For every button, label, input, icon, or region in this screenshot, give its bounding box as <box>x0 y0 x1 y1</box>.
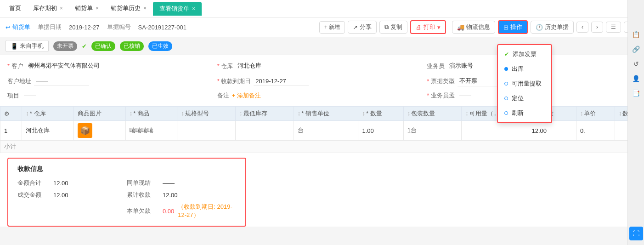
tab-sales-history-label: 销货单历史 <box>111 4 141 12</box>
payment-date-value[interactable]: 2019-12-27 <box>254 77 309 86</box>
tab-view-sales-close[interactable]: × <box>192 6 195 12</box>
mobile-btn[interactable]: 📱 来自手机 <box>6 40 49 52</box>
col-image: 商品图片 <box>74 107 126 121</box>
cell-unit: 台 <box>294 121 358 141</box>
col-price: ↕单价 <box>576 107 615 121</box>
history-button[interactable]: 🕐 历史单据 <box>531 21 574 34</box>
print-dropdown-icon: ▾ <box>437 24 441 31</box>
warehouse-value[interactable]: 河北仓库 <box>236 61 291 71</box>
unopen-tag: 未开票 <box>53 41 77 51</box>
staff-value: 演示账号 <box>447 61 503 71</box>
right-sidebar: 📋 🔗 ↺ 👤 📑 ⛶ <box>627 0 644 231</box>
logistics-icon: 🚚 <box>457 24 464 31</box>
view-list-button[interactable]: ☰ <box>606 22 621 33</box>
dropdown-available-label: 可用量提取 <box>512 80 542 88</box>
subtotal-label: 小计 <box>0 141 644 153</box>
document-toolbar: ↩ 销货单 单据日期 2019-12-27 单据编号 SA-20191227-0… <box>0 17 644 37</box>
dropdown-item-available[interactable]: 可用量提取 <box>498 76 551 91</box>
print-icon: 🖨 <box>416 24 422 31</box>
cell-num: 1 <box>0 121 22 141</box>
toolbar-actions: + 新增 ↗ 分享 ⧉ 复制 🖨 打印 ▾ 🚚 物流信息 ⊞ 操作 <box>319 20 638 34</box>
col-warehouse: ↕* 仓库 <box>22 107 74 121</box>
sidebar-expand-icon[interactable]: ⛶ <box>629 227 643 231</box>
payment-date-label: 收款到期日 <box>217 77 251 85</box>
confirm-tag: 已确认 <box>91 41 115 51</box>
nav-next-button[interactable]: › <box>591 22 603 33</box>
balance-value: 0.00 <box>163 208 174 215</box>
grid-icon: ⊞ <box>503 24 508 31</box>
dropdown-outbound-label: 出库 <box>512 65 524 73</box>
tab-sales-close[interactable]: × <box>96 5 99 11</box>
available-dot-icon <box>504 82 508 85</box>
dropdown-invoice-label: 添加发票 <box>513 50 537 58</box>
confirm-check-icon: ✔ <box>82 43 87 50</box>
address-value: —— <box>34 77 89 86</box>
nav-prev-button[interactable]: ‹ <box>576 22 588 33</box>
operate-label: 操作 <box>510 23 522 31</box>
sidebar-doc2-icon[interactable]: 📑 <box>629 86 643 100</box>
payment-grid: 金额合计 12.00 同单现结 —— 成交金额 12.00 累计收款 12.00… <box>17 179 236 219</box>
dropdown-locate-label: 定位 <box>512 94 524 103</box>
product-image: 📦 <box>78 123 92 138</box>
share-label: 分享 <box>360 23 372 31</box>
history-label: 历史单据 <box>545 23 569 31</box>
sidebar-refresh-icon[interactable]: ↺ <box>629 57 643 71</box>
logistics-button[interactable]: 🚚 物流信息 <box>452 21 495 34</box>
locate-dot-icon <box>504 97 508 100</box>
sidebar-doc-icon[interactable]: 📋 <box>629 28 643 41</box>
logistics-label: 物流信息 <box>466 23 490 31</box>
tab-sales-history[interactable]: 销货单历史 × <box>105 0 152 17</box>
gear-icon[interactable]: ⚙ <box>4 110 10 117</box>
tab-home[interactable]: 首页 <box>4 0 27 17</box>
col-unit: ↕* 销售单位 <box>294 107 358 121</box>
tab-sales[interactable]: 销货单 × <box>69 0 104 17</box>
total-value: 12.00 <box>53 180 68 187</box>
cell-available <box>462 121 528 141</box>
copy-icon: ⧉ <box>384 23 389 31</box>
balance-note: （收款到期日: 2019-12-27） <box>178 203 236 219</box>
payment-date-field: 收款到期日 2019-12-27 <box>217 77 427 86</box>
add-button[interactable]: + 新增 <box>319 21 345 34</box>
dropdown-item-outbound[interactable]: 出库 <box>498 62 551 76</box>
sidebar-link-icon[interactable]: 🔗 <box>629 42 643 56</box>
print-button[interactable]: 🖨 打印 ▾ <box>410 20 446 34</box>
dropdown-item-invoice[interactable]: ✔ 添加发票 <box>498 47 551 62</box>
doc-meta: 单据日期 2019-12-27 单据编号 SA-20191227-001 <box>38 23 186 31</box>
doc-icon: ↩ <box>6 24 11 31</box>
dropdown-item-refresh[interactable]: 刷新 <box>498 106 551 120</box>
doc-number-value: SA-20191227-001 <box>138 24 187 31</box>
settlement-value: —— <box>163 180 175 187</box>
deal-value: 12.00 <box>53 192 68 199</box>
sidebar-user-icon[interactable]: 👤 <box>629 72 643 85</box>
note-label: 备注 <box>217 91 229 100</box>
settlement-label: 同单现结 <box>127 179 159 187</box>
tab-inventory[interactable]: 库存期初 × <box>28 0 68 17</box>
tab-sales-history-close[interactable]: × <box>143 5 147 11</box>
customer-label: 客户 <box>7 62 23 70</box>
invoice-check-icon: ✔ <box>504 51 509 57</box>
customer-field: 客户 柳州粤港平安气体有限公司 <box>7 61 217 71</box>
share-button[interactable]: ↗ 分享 <box>348 21 377 34</box>
tab-view-sales-label: 查看销货单 <box>159 5 189 13</box>
copy-button[interactable]: ⧉ 复制 <box>379 21 407 34</box>
deal-label: 成交金额 <box>17 191 50 199</box>
operate-button[interactable]: ⊞ 操作 <box>498 20 528 34</box>
dropdown-item-locate[interactable]: 定位 <box>498 91 551 106</box>
note-field: 备注 + 添加备注 <box>217 91 427 100</box>
customer-value[interactable]: 柳州粤港平安气体有限公司 <box>26 61 102 71</box>
tab-inventory-close[interactable]: × <box>60 5 63 11</box>
subtotal-row: 小计 <box>0 141 644 153</box>
tab-home-label: 首页 <box>9 4 21 12</box>
project-value: —— <box>22 91 77 100</box>
print-label: 打印 <box>424 23 435 31</box>
refresh-dot-icon <box>504 111 508 115</box>
cell-price: 0. <box>576 121 615 141</box>
settlement-row: 同单现结 —— <box>127 179 236 187</box>
add-note-button[interactable]: + 添加备注 <box>232 91 261 100</box>
doc-type-label: 销货单 <box>12 23 30 31</box>
doc-type: ↩ 销货单 <box>6 23 30 31</box>
tab-view-sales[interactable]: 查看销货单 × <box>153 2 202 16</box>
cell-qty: 1.00 <box>358 121 403 141</box>
project-label: 项目 <box>7 91 19 100</box>
cell-current: 12.00 <box>528 121 576 141</box>
